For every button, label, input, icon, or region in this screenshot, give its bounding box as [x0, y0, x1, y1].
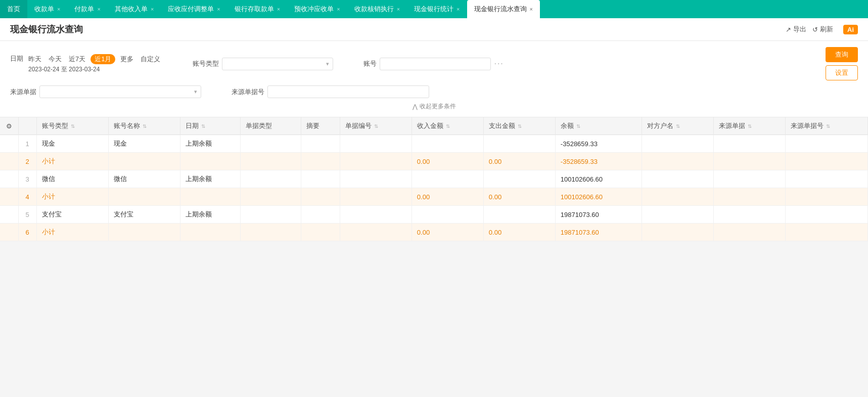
col-summary: 摘要: [301, 117, 340, 135]
cell-date: 上期余额: [180, 170, 241, 188]
cell-date: 上期余额: [180, 206, 241, 224]
nav-adjustment-close[interactable]: ×: [217, 0, 220, 18]
date-filter-label: 日期: [10, 54, 23, 63]
nav-statistics-close[interactable]: ×: [456, 0, 460, 18]
cell-account-name: 微信: [108, 170, 180, 188]
nav-prepay-close[interactable]: ×: [337, 0, 340, 18]
col-account-type[interactable]: 账号类型 ⇅: [36, 117, 108, 135]
col-settings[interactable]: ⚙: [0, 117, 18, 135]
nav-other-income-close[interactable]: ×: [151, 0, 154, 18]
source-voucher-label: 来源单据: [10, 87, 36, 97]
cell-account-name: [108, 153, 180, 170]
col-source-voucher-no[interactable]: 来源单据号 ⇅: [785, 117, 867, 135]
nav-payment-label: 付款单: [74, 0, 94, 18]
date-opt-custom[interactable]: 自定义: [139, 54, 162, 64]
cell-account-name: [108, 188, 180, 206]
cell-summary: [301, 188, 340, 206]
col-summary-label: 摘要: [306, 122, 319, 129]
account-input[interactable]: [380, 58, 491, 70]
collapse-bar[interactable]: ⋀ 收起更多条件: [10, 100, 858, 113]
col-account-name[interactable]: 账号名称 ⇅: [108, 117, 180, 135]
nav-verify[interactable]: 收款核销执行 ×: [347, 0, 407, 18]
date-opt-1month[interactable]: 近1月: [90, 54, 115, 64]
nav-other-income[interactable]: 其他收入单 ×: [108, 0, 161, 18]
date-opt-7days[interactable]: 近7天: [67, 54, 87, 64]
cell-counterpart: [642, 170, 713, 188]
sort-counterpart-icon: ⇅: [676, 123, 680, 129]
col-date-label: 日期: [186, 122, 199, 129]
nav-cash-flow-close[interactable]: ×: [530, 0, 533, 18]
date-filter-group: 日期 昨天 今天 近7天 近1月 更多 自定义 2023-02-24 至 202…: [10, 54, 162, 74]
nav-payment-close[interactable]: ×: [97, 0, 100, 18]
account-type-select[interactable]: [222, 58, 333, 70]
cell-source-voucher-no: [785, 170, 867, 188]
source-voucher-select[interactable]: [39, 85, 201, 98]
table-row[interactable]: 5支付宝支付宝上期余额19871073.60: [0, 206, 868, 224]
cell-summary: [301, 170, 340, 188]
export-icon: ↗: [786, 26, 791, 33]
cell-settings: [0, 188, 18, 206]
col-balance[interactable]: 余额 ⇅: [555, 117, 642, 135]
sort-balance-icon: ⇅: [576, 123, 580, 129]
col-source-voucher[interactable]: 来源单据 ⇅: [713, 117, 785, 135]
account-more-icon[interactable]: ···: [494, 59, 504, 68]
nav-statistics[interactable]: 现金银行统计 ×: [407, 0, 467, 18]
collapse-label: 收起更多条件: [420, 102, 456, 111]
source-voucher-no-input[interactable]: [267, 85, 429, 98]
date-opt-more[interactable]: 更多: [118, 54, 135, 64]
col-income-label: 收入金额: [417, 122, 443, 129]
refresh-label: 刷新: [820, 25, 833, 34]
date-opt-today[interactable]: 今天: [47, 54, 64, 64]
table-row[interactable]: 3微信微信上期余额100102606.60: [0, 170, 868, 188]
nav-prepay[interactable]: 预收冲应收单 ×: [287, 0, 347, 18]
nav-cash-flow[interactable]: 现金银行流水查询 ×: [467, 0, 540, 18]
table-row[interactable]: 4小计0.000.00100102606.60: [0, 188, 868, 206]
query-button[interactable]: 查询: [826, 47, 858, 62]
col-income[interactable]: 收入金额 ⇅: [412, 117, 483, 135]
sort-account-name-icon: ⇅: [143, 123, 147, 129]
sort-date-icon: ⇅: [201, 123, 205, 129]
cell-balance: -3528659.33: [555, 153, 642, 170]
nav-bank-deposit[interactable]: 银行存取款单 ×: [227, 0, 287, 18]
nav-verify-close[interactable]: ×: [397, 0, 400, 18]
table-row[interactable]: 2小计0.000.00-3528659.33: [0, 153, 868, 170]
table-row[interactable]: 6小计0.000.0019871073.60: [0, 224, 868, 241]
cell-settings: [0, 206, 18, 224]
nav-receipt-close[interactable]: ×: [57, 0, 60, 18]
nav-statistics-label: 现金银行统计: [414, 0, 453, 18]
col-date[interactable]: 日期 ⇅: [180, 117, 241, 135]
cell-summary: [301, 206, 340, 224]
header-actions: ↗ 导出 ↺ 刷新 Ai: [786, 25, 858, 34]
ai-badge[interactable]: Ai: [843, 25, 858, 34]
cell-settings: [0, 135, 18, 153]
settings-button[interactable]: 设置: [826, 65, 858, 80]
cell-voucher-no: [340, 224, 412, 241]
refresh-button[interactable]: ↺ 刷新: [812, 25, 833, 34]
nav-home[interactable]: 首页: [0, 0, 27, 18]
col-balance-label: 余额: [561, 122, 574, 129]
cell-source-voucher: [713, 188, 785, 206]
table-row[interactable]: 1现金现金上期余额-3528659.33: [0, 135, 868, 153]
ai-label: Ai: [847, 26, 854, 33]
col-counterpart[interactable]: 对方户名 ⇅: [642, 117, 713, 135]
gear-icon[interactable]: ⚙: [6, 122, 12, 130]
cell-voucher-no: [340, 206, 412, 224]
export-button[interactable]: ↗ 导出: [786, 25, 806, 34]
col-expense[interactable]: 支出金额 ⇅: [483, 117, 555, 135]
nav-adjustment[interactable]: 应收应付调整单 ×: [161, 0, 227, 18]
date-opt-yesterday[interactable]: 昨天: [26, 54, 43, 64]
cell-source-voucher-no: [785, 224, 867, 241]
nav-receipt-label: 收款单: [34, 0, 54, 18]
data-table: ⚙ 账号类型 ⇅ 账号名称 ⇅ 日期 ⇅ 单据类型: [0, 117, 868, 241]
col-voucher-no[interactable]: 单据编号 ⇅: [340, 117, 412, 135]
nav-payment[interactable]: 付款单 ×: [67, 0, 107, 18]
cell-balance: -3528659.33: [555, 135, 642, 153]
collapse-up-icon: ⋀: [413, 103, 418, 110]
nav-bank-deposit-close[interactable]: ×: [277, 0, 280, 18]
nav-receipt[interactable]: 收款单 ×: [27, 0, 67, 18]
cell-source-voucher: [713, 206, 785, 224]
sort-source-voucher-no-icon: ⇅: [826, 123, 830, 129]
source-voucher-select-wrapper: ▾: [39, 85, 201, 98]
col-voucher-no-label: 单据编号: [345, 122, 372, 129]
cell-expense: 0.00: [483, 188, 555, 206]
